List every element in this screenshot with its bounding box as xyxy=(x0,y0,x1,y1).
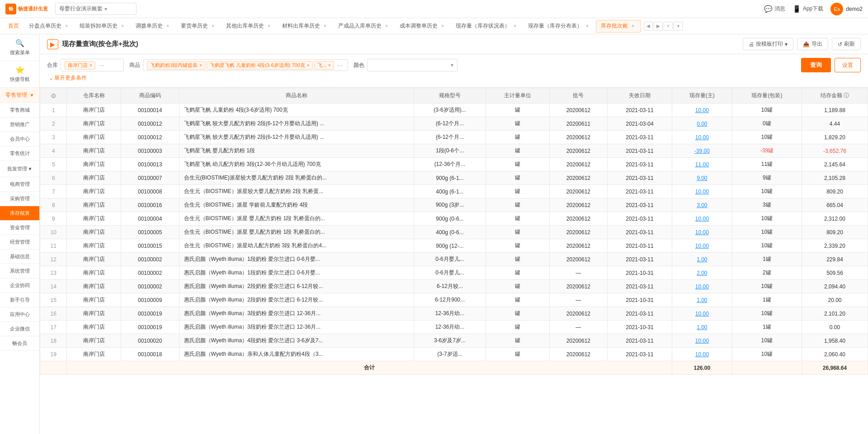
sidebar-item-coop[interactable]: 企业协同 xyxy=(0,278,39,293)
row-stock-main[interactable]: 10.00 xyxy=(672,185,732,198)
remove-product-tag-2[interactable]: × xyxy=(307,63,310,68)
row-stock-main[interactable]: 3.00 xyxy=(672,198,732,212)
row-stock-main[interactable]: 10.00 xyxy=(672,280,732,293)
data-table-container: ⚙ 仓库名称 商品编码 商品名称 规格型号 主计量单位 批号 失效日期 现存量(… xyxy=(40,88,868,434)
row-name: 合生元（BIOSTIME）派星 婴儿配方奶粉 1段 乳桥蛋白的... xyxy=(179,226,414,239)
gear-icon[interactable]: ⚙ xyxy=(51,92,57,99)
sidebar-label: 系统管理 xyxy=(10,268,30,274)
message-button[interactable]: 💬 消息 xyxy=(764,5,785,13)
sidebar-item-basic[interactable]: 基础信息 xyxy=(0,250,39,264)
tab-close-all-button[interactable]: × xyxy=(664,22,673,31)
row-stock-pkg: 1罐 xyxy=(732,321,802,334)
close-icon[interactable]: × xyxy=(266,23,272,29)
row-stock-main[interactable]: 10.00 xyxy=(672,239,732,253)
close-icon[interactable]: × xyxy=(322,23,328,29)
row-stock-main[interactable]: 10.00 xyxy=(672,131,732,144)
tab-prev-button[interactable]: ◀ xyxy=(644,22,653,31)
row-stock-main[interactable]: 9.00 xyxy=(672,171,732,185)
remove-product-tag-3[interactable]: × xyxy=(328,63,331,68)
warehouse-input[interactable]: 南岸门店 × ··· xyxy=(61,59,124,71)
tab-next-button[interactable]: ▶ xyxy=(654,22,663,31)
tab-product-in[interactable]: 产成品入库单历史 × xyxy=(334,20,394,33)
remove-warehouse-tag[interactable]: × xyxy=(90,63,92,68)
tab-other-out[interactable]: 其他出库单历史 × xyxy=(222,20,277,33)
expand-more-button[interactable]: ⌄ 展开更多条件 xyxy=(49,74,859,82)
sidebar-item-wholesale[interactable]: 批发管理 ▼ xyxy=(0,161,39,177)
sidebar-item-app-center[interactable]: 应用中心 xyxy=(0,307,39,322)
refresh-button[interactable]: ↺ 刷新 xyxy=(832,38,861,50)
sidebar-item-purchase[interactable]: 采购管理 xyxy=(0,192,39,206)
remove-product-tag-1[interactable]: × xyxy=(199,63,202,68)
print-button[interactable]: 🖨 按模板打印 ▾ xyxy=(743,38,793,50)
row-stock-main[interactable]: 1.00 xyxy=(672,321,732,334)
tab-requisition[interactable]: 要货单历史 × xyxy=(176,20,221,33)
sidebar-item-system[interactable]: 系统管理 xyxy=(0,264,39,278)
sidebar-item-ecom[interactable]: 电商管理 xyxy=(0,177,39,192)
row-spec: 6-12月900... xyxy=(414,293,486,307)
row-stock-main[interactable]: 10.00 xyxy=(672,212,732,226)
row-stock-pkg: 11罐 xyxy=(732,158,802,171)
sidebar-item-retail-stat[interactable]: 零售统计 xyxy=(0,146,39,161)
app-download-button[interactable]: 📱 App下载 xyxy=(793,5,823,13)
tab-batch-close[interactable]: 库存批次账 × xyxy=(596,20,641,33)
close-icon[interactable]: × xyxy=(512,23,518,29)
sidebar-item-finance[interactable]: 资金管理 xyxy=(0,221,39,235)
row-stock-main[interactable]: 1.00 xyxy=(672,293,732,307)
tab-material-out[interactable]: 材料出库单历史 × xyxy=(278,20,333,33)
sidebar-item-search[interactable]: 🔍 搜索菜单 xyxy=(0,34,39,61)
export-button[interactable]: 📤 导出 xyxy=(797,38,828,50)
close-icon[interactable]: × xyxy=(165,23,171,29)
row-stock-main[interactable]: 2.00 xyxy=(672,266,732,280)
tab-menu-button[interactable]: ▾ xyxy=(674,22,683,31)
row-stock-main[interactable]: 10.00 xyxy=(672,348,732,361)
row-spec: (3-7岁适... xyxy=(414,348,486,361)
tab-split[interactable]: 分盘点单历史 × xyxy=(24,20,74,33)
sidebar-label: 快捷导航 xyxy=(10,76,30,83)
product-more-button[interactable]: ··· xyxy=(335,61,344,70)
row-stock-main[interactable]: 11.00 xyxy=(672,158,732,171)
tab-stock-status[interactable]: 现存量（库存状况表） × xyxy=(451,20,523,33)
col-settings[interactable]: ⚙ xyxy=(40,88,67,104)
row-stock-main[interactable]: 1.00 xyxy=(672,253,732,266)
tab-home[interactable]: 首页 xyxy=(4,20,24,33)
sidebar-item-member2[interactable]: 畅会员 xyxy=(0,336,39,351)
sidebar-item-guide[interactable]: 新手引导 xyxy=(0,293,39,307)
table-row: 6 南岸门店 00100007 合生元(BIOSTIME)派星较大婴儿配方奶粉 … xyxy=(40,171,868,185)
close-icon[interactable]: × xyxy=(119,23,126,29)
warehouse-more-button[interactable]: ··· xyxy=(97,61,106,70)
sidebar-item-quick[interactable]: ⭐ 快捷导航 xyxy=(0,61,39,88)
close-icon[interactable]: × xyxy=(584,23,590,29)
row-stock-main[interactable]: 10.00 xyxy=(672,104,732,117)
tab-disassemble[interactable]: 组装拆卸单历史 × xyxy=(75,20,130,33)
row-stock-main[interactable]: 10.00 xyxy=(672,334,732,348)
settings-button[interactable]: 设置 xyxy=(835,58,861,72)
org-selector[interactable]: 母婴行业演示账套 ▾ xyxy=(55,3,137,15)
tab-stock-dist[interactable]: 现存量（库存分布表） × xyxy=(524,20,595,33)
sidebar-item-retail-shop[interactable]: 零售商城 xyxy=(0,103,39,118)
product-input[interactable]: 飞鹤奶粉3段丙罐提装 × 飞鹤星飞帆 儿童奶粉 4段(3-6岁适用) 700克 … xyxy=(143,59,348,71)
row-stock-main[interactable]: -39.00 xyxy=(672,144,732,158)
close-icon[interactable]: × xyxy=(383,23,390,29)
row-stock-main[interactable]: 0.00 xyxy=(672,117,732,131)
sidebar-item-member[interactable]: 会员中心 xyxy=(0,132,39,146)
row-stock-main[interactable]: 10.00 xyxy=(672,307,732,321)
close-icon[interactable]: × xyxy=(630,23,636,29)
row-spec: 900g (12-... xyxy=(414,239,486,253)
sidebar-item-business[interactable]: 经营管理 xyxy=(0,235,39,250)
query-button[interactable]: 查询 xyxy=(801,58,831,72)
close-icon[interactable]: × xyxy=(63,23,70,29)
sidebar-item-inventory[interactable]: 库存核算 xyxy=(0,206,39,221)
sidebar-item-corp-wx[interactable]: 企业微信 xyxy=(0,322,39,336)
sidebar-item-marketing[interactable]: 营销推广 xyxy=(0,118,39,132)
close-icon[interactable]: × xyxy=(439,23,446,29)
user-area[interactable]: Ea demo2 xyxy=(830,3,863,15)
row-name: 合生元（BIOSTIME）派星 学龄前儿童配方奶粉 4段 xyxy=(179,198,414,212)
tab-cost-adjust[interactable]: 成本调整单历史 × xyxy=(395,20,450,33)
close-icon[interactable]: × xyxy=(210,23,216,29)
color-input[interactable]: ▾ xyxy=(367,59,458,71)
expand-sidebar-button[interactable]: ▶ xyxy=(47,39,58,49)
row-stock-main[interactable]: 10.00 xyxy=(672,226,732,239)
warehouse-filter: 合库 南岸门店 × ··· xyxy=(47,59,124,71)
tab-mix[interactable]: 调拨单历史 × xyxy=(131,20,175,33)
sidebar-item-retail[interactable]: 零售管理 ▼ xyxy=(0,88,39,103)
